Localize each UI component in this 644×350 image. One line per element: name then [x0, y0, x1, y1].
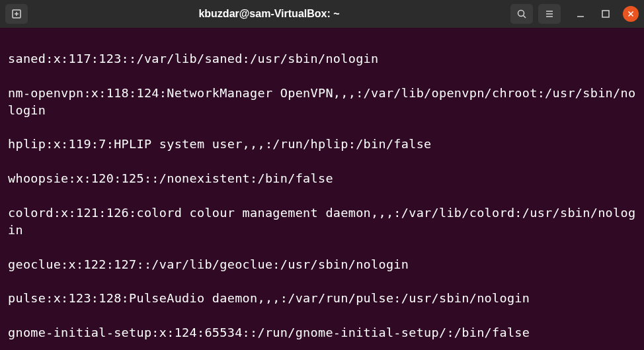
search-icon [516, 9, 527, 19]
minimize-icon [575, 9, 586, 19]
passwd-line: colord:x:121:126:colord colour managemen… [8, 204, 636, 239]
search-button[interactable] [510, 4, 533, 24]
passwd-line: nm-openvpn:x:118:124:NetworkManager Open… [8, 85, 636, 119]
passwd-line: hplip:x:119:7:HPLIP system user,,,:/run/… [8, 136, 636, 153]
close-icon [626, 9, 635, 19]
hamburger-icon [544, 9, 555, 19]
passwd-line: whoopsie:x:120:125::/nonexistent:/bin/fa… [8, 170, 636, 187]
passwd-line: saned:x:117:123::/var/lib/saned:/usr/sbi… [8, 50, 636, 67]
close-button[interactable] [623, 6, 639, 22]
passwd-line: gnome-initial-setup:x:124:65534::/run/gn… [8, 324, 636, 341]
terminal-output[interactable]: saned:x:117:123::/var/lib/saned:/usr/sbi… [0, 28, 644, 350]
svg-point-3 [518, 11, 524, 17]
new-tab-button[interactable] [5, 4, 28, 24]
minimize-button[interactable] [573, 6, 588, 22]
maximize-icon [600, 9, 611, 19]
passwd-line: geoclue:x:122:127::/var/lib/geoclue:/usr… [8, 256, 636, 273]
svg-line-4 [524, 16, 526, 19]
maximize-button[interactable] [598, 6, 614, 22]
passwd-line: pulse:x:123:128:PulseAudio daemon,,,:/va… [8, 290, 636, 307]
new-tab-icon [11, 9, 22, 19]
window-title: kbuzdar@sam-VirtualBox: ~ [33, 8, 505, 20]
titlebar: kbuzdar@sam-VirtualBox: ~ [0, 0, 644, 28]
menu-button[interactable] [538, 4, 561, 24]
svg-rect-9 [602, 11, 609, 17]
